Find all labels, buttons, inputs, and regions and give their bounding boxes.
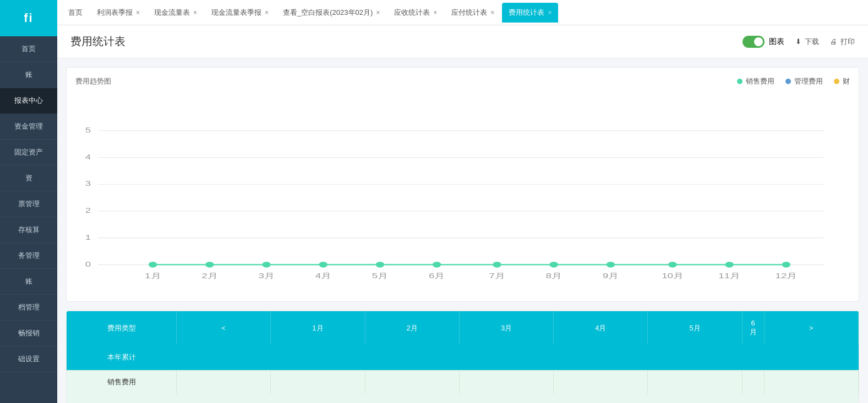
chart-toggle[interactable] (743, 36, 765, 48)
main-area: 首页 利润表季报 × 现金流量表 × 现金流量表季报 × 查看_空白报表(202… (57, 0, 868, 403)
download-button[interactable]: ⬇ 下载 (795, 37, 819, 47)
close-tab-profit-quarterly[interactable]: × (136, 9, 140, 16)
col-ytd: 本年累计 (67, 345, 177, 370)
sidebar-item-ledger[interactable]: 账 (0, 269, 57, 295)
cell-jun (743, 371, 765, 394)
print-label: 打印 (840, 37, 855, 47)
tab-cashflow-quarterly[interactable]: 现金流量表季报 × (205, 3, 275, 23)
close-tab-receivable[interactable]: × (433, 9, 437, 16)
svg-point-35 (782, 262, 790, 268)
sidebar-item-archive[interactable]: 档管理 (0, 295, 57, 321)
expense-table: 费用类型 < 1月 2月 3月 4月 5月 (66, 311, 859, 403)
table-header: 费用类型 < 1月 2月 3月 4月 5月 (67, 311, 859, 370)
legend-admin-label: 管理费用 (794, 76, 823, 86)
tab-receivable[interactable]: 应收统计表 × (387, 3, 444, 23)
download-icon: ⬇ (795, 37, 801, 46)
tab-payable[interactable]: 应付统计表 × (445, 3, 501, 23)
svg-point-32 (607, 262, 615, 268)
svg-point-28 (376, 262, 385, 268)
cell-feb (365, 371, 460, 394)
sidebar-item-capital[interactable]: 资 (0, 165, 57, 191)
col-feb: 2月 (365, 311, 460, 345)
chart-legend: 销售费用 管理费用 财 (737, 76, 850, 86)
cell-mar (460, 371, 554, 394)
chart-toggle-group: 图表 (743, 36, 784, 48)
sidebar-item-account[interactable]: 账 (0, 62, 57, 88)
svg-text:3月: 3月 (258, 272, 274, 279)
sidebar-item-service[interactable]: 务管理 (0, 243, 57, 269)
next-arrow-icon[interactable]: > (809, 324, 814, 332)
col-type: 费用类型 (67, 311, 177, 345)
svg-text:11月: 11月 (718, 272, 740, 279)
cell-jan (271, 371, 365, 394)
tab-bar: 首页 利润表季报 × 现金流量表 × 现金流量表季报 × 查看_空白报表(202… (57, 0, 868, 25)
legend-sales-label: 销售费用 (746, 76, 774, 86)
svg-text:1: 1 (85, 233, 91, 241)
page-title: 费用统计表 (70, 34, 125, 49)
sidebar-item-home[interactable]: 首页 (0, 36, 57, 62)
close-tab-payable[interactable]: × (490, 9, 494, 16)
svg-text:7月: 7月 (489, 272, 505, 279)
svg-point-27 (319, 262, 327, 268)
svg-point-30 (493, 262, 501, 268)
tab-payable-label: 应付统计表 (451, 8, 487, 18)
close-tab-cashflow-quarterly[interactable]: × (265, 9, 269, 16)
tab-home[interactable]: 首页 (62, 3, 89, 23)
col-nav-next[interactable]: > (765, 311, 859, 345)
sidebar-item-assets[interactable]: 固定资产 (0, 140, 57, 165)
sidebar-item-settings[interactable]: 础设置 (0, 346, 57, 372)
col-apr: 4月 (554, 311, 648, 345)
col-apr-label: 4月 (595, 323, 606, 333)
tab-profit-quarterly[interactable]: 利润表季报 × (90, 3, 146, 23)
sidebar-item-funds[interactable]: 资金管理 (0, 114, 57, 140)
cell-type: 销售费用 (67, 371, 177, 394)
tab-profit-quarterly-label: 利润表季报 (97, 8, 133, 18)
legend-finance-label: 财 (843, 76, 850, 86)
col-jan-label: 1月 (312, 323, 323, 333)
svg-text:10月: 10月 (662, 272, 684, 279)
close-tab-blank-report[interactable]: × (376, 9, 380, 16)
svg-text:9月: 9月 (603, 272, 619, 279)
prev-arrow-icon[interactable]: < (221, 324, 226, 332)
cell-may (648, 371, 742, 394)
svg-text:5: 5 (85, 126, 91, 134)
legend-finance-dot (834, 79, 839, 84)
legend-sales: 销售费用 (737, 76, 774, 86)
toggle-label: 图表 (769, 37, 784, 47)
download-label: 下载 (805, 37, 819, 47)
print-icon: 🖨 (830, 37, 837, 46)
tab-blank-report[interactable]: 查看_空白报表(2023年02月) × (276, 3, 386, 23)
svg-text:6月: 6月 (429, 272, 445, 279)
svg-point-24 (149, 262, 157, 268)
svg-point-25 (205, 262, 214, 268)
print-button[interactable]: 🖨 打印 (830, 37, 855, 47)
header-actions: 图表 ⬇ 下载 🖨 打印 (743, 36, 855, 48)
svg-text:3: 3 (85, 180, 91, 187)
sidebar-item-expense[interactable]: 畅报销 (0, 321, 57, 346)
svg-text:2月: 2月 (201, 272, 217, 279)
sidebar-item-invoice[interactable]: 票管理 (0, 191, 57, 217)
sidebar-item-reports[interactable]: 报表中心 (0, 88, 57, 114)
col-mar-label: 3月 (501, 323, 512, 333)
col-nav-prev[interactable]: < (177, 311, 271, 345)
col-jan: 1月 (271, 311, 365, 345)
app-logo: fi (0, 0, 57, 36)
col-feb-label: 2月 (407, 323, 418, 333)
tab-expense-stats[interactable]: 费用统计表 × (502, 3, 558, 23)
cell-nav-next (765, 371, 859, 394)
svg-text:4: 4 (85, 153, 91, 161)
close-tab-cashflow[interactable]: × (193, 9, 197, 16)
sidebar-item-inventory[interactable]: 存核算 (0, 217, 57, 243)
chart-container: 0 1 2 3 4 5 1月 2月 3月 (75, 93, 850, 292)
svg-point-34 (725, 262, 734, 268)
legend-admin: 管理费用 (785, 76, 823, 86)
svg-text:2: 2 (85, 206, 91, 214)
close-tab-expense-stats[interactable]: × (548, 9, 552, 16)
row-type-label: 销售费用 (107, 378, 136, 386)
col-type-label: 费用类型 (107, 323, 136, 333)
tab-cashflow-quarterly-label: 现金流量表季报 (211, 8, 261, 18)
table-row: 销售费用 (67, 370, 859, 403)
tab-cashflow[interactable]: 现金流量表 × (148, 3, 204, 23)
svg-text:1月: 1月 (145, 272, 161, 279)
tab-home-label: 首页 (68, 8, 83, 18)
